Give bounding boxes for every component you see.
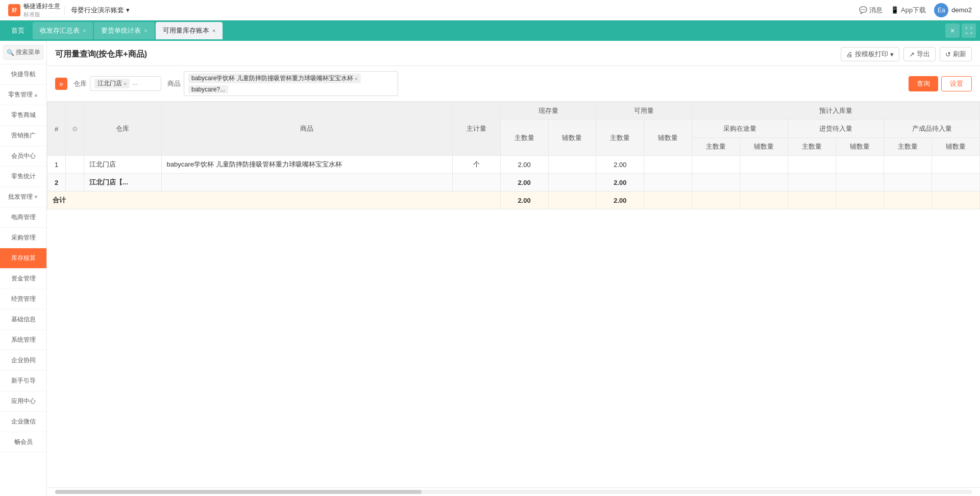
cell-warehouse: 江北门店【... [84, 174, 162, 192]
table-row: 2 江北门店【... 2.00 2.00 [47, 174, 980, 192]
warehouse-tag-1: 江北门店 × [94, 79, 130, 88]
product-input[interactable]: babycare学饮杯 儿童防摔防撞吸管杯重力球吸嘴杯宝宝水杯 × babyca… [184, 71, 398, 96]
sidebar-item-purchase-mgmt[interactable]: 采购管理 [0, 228, 46, 248]
tab-available[interactable]: 可用量库存账本 × [156, 22, 223, 39]
col-gear[interactable]: ⚙ [66, 102, 84, 156]
cell-product [161, 174, 452, 192]
col-rownum: # [47, 102, 66, 156]
user-area[interactable]: Ea demo2 [934, 3, 972, 17]
message-btn[interactable]: 💬 消息 [859, 6, 883, 15]
filter-expand-btn[interactable]: » [55, 78, 67, 90]
print-btn[interactable]: 🖨 按模板打印 ▾ [841, 47, 899, 61]
table-footer-row: 合计 2.00 2.00 [47, 192, 980, 209]
col-purchase-incoming-group: 采购在途量 [692, 120, 788, 138]
close-all-tabs-btn[interactable]: × [945, 23, 960, 38]
export-btn[interactable]: ↗ 导出 [903, 47, 936, 61]
sidebar-item-enterprise-collab[interactable]: 企业协同 [0, 350, 46, 371]
warehouse-tag-close[interactable]: × [124, 81, 127, 87]
table-container[interactable]: # ⚙ 仓库 商品 主计量 现存量 可用量 预计入库量 主数量 辅数量 [47, 102, 980, 487]
cell-product: babycare学饮杯 儿童防摔防撞吸管杯重力球吸嘴杯宝宝水杯 [161, 156, 452, 174]
tab-order[interactable]: 要货单统计表 × [94, 22, 154, 39]
footer-available-main: 2.00 [596, 192, 644, 209]
cell-current-main: 2.00 [500, 174, 548, 192]
sidebar-item-member-center[interactable]: 会员中心 [0, 146, 46, 167]
sidebar-item-retail-mall[interactable]: 零售商城 [0, 105, 46, 126]
print-arrow-icon: ▾ [890, 51, 894, 58]
footer-purchase-sub [740, 192, 788, 209]
cell-rownum: 2 [47, 174, 66, 192]
sidebar-item-wholesale-mgmt[interactable]: 批发管理 ▼ [0, 187, 46, 207]
tab-available-close[interactable]: × [212, 28, 215, 34]
footer-finished-main [884, 192, 932, 209]
logo-icon: 好 [8, 4, 20, 16]
tab-order-label: 要货单统计表 [101, 26, 141, 35]
tab-order-close[interactable]: × [144, 28, 147, 34]
horizontal-scrollbar[interactable] [55, 490, 972, 494]
page-actions: 🖨 按模板打印 ▾ ↗ 导出 ↺ 刷新 [841, 47, 972, 61]
warehouse-more-dots[interactable]: ··· [132, 80, 138, 88]
product-tag-1: babycare学饮杯 儿童防摔防撞吸管杯重力球吸嘴杯宝宝水杯 × [188, 74, 361, 83]
table-row: 1 江北门店 babycare学饮杯 儿童防摔防撞吸管杯重力球吸嘴杯宝宝水杯 个… [47, 156, 980, 174]
warehouse-input[interactable]: 江北门店 × ··· [90, 76, 161, 91]
table-scrollbar-area [47, 487, 980, 496]
col-current-stock-group: 现存量 [500, 102, 596, 120]
sidebar-item-enterprise-wechat[interactable]: 企业微信 [0, 412, 46, 432]
top-bar-left: 好 畅捷通好生意 标准版 母婴行业演示账套 ▾ [8, 2, 136, 18]
footer-available-sub [644, 192, 692, 209]
refresh-icon: ↺ [945, 51, 951, 58]
scrollbar-thumb[interactable] [55, 490, 422, 494]
col-available-main: 主数量 [596, 120, 644, 156]
col-incoming-group: 预计入库量 [692, 102, 980, 120]
sidebar-item-marketing[interactable]: 营销推广 [0, 126, 46, 146]
tab-income[interactable]: 收发存汇总表 × [33, 22, 93, 39]
sidebar-item-finance-mgmt[interactable]: 资金管理 [0, 269, 46, 289]
footer-current-main: 2.00 [500, 192, 548, 209]
tab-income-close[interactable]: × [83, 28, 86, 34]
sidebar-item-vip-member[interactable]: 畅会员 [0, 432, 46, 453]
refresh-btn[interactable]: ↺ 刷新 [940, 47, 972, 61]
cell-goods-sub [836, 174, 884, 192]
search-menu-btn[interactable]: 🔍 搜索菜单 [3, 45, 43, 60]
sidebar-search-area: 🔍 搜索菜单 [0, 41, 46, 64]
cell-finished-main [884, 156, 932, 174]
cell-purchase-sub [740, 174, 788, 192]
cell-current-sub [548, 174, 596, 192]
nav-tab-controls: × ⛶ [945, 23, 976, 38]
industry-selector[interactable]: 母婴行业演示账套 ▾ [64, 6, 136, 15]
sidebar-item-operations-mgmt[interactable]: 经营管理 [0, 289, 46, 310]
warehouse-filter-label: 仓库 [74, 79, 87, 88]
cell-purchase-main [692, 156, 740, 174]
sidebar-item-retail-mgmt[interactable]: 零售管理 ▲ [0, 85, 46, 105]
cell-goods-main [788, 156, 836, 174]
sidebar-item-inventory-check[interactable]: 库存核算 [0, 248, 46, 269]
search-icon: 🔍 [7, 49, 14, 56]
cell-gear [66, 174, 84, 192]
page-header: 可用量查询(按仓库+商品) 🖨 按模板打印 ▾ ↗ 导出 ↺ 刷新 [47, 41, 980, 66]
col-current-sub: 辅数量 [548, 120, 596, 156]
col-goods-incoming-group: 进货待入量 [788, 120, 884, 138]
logo-text-block: 畅捷通好生意 标准版 [23, 2, 60, 18]
app-download-btn[interactable]: 📱 App下载 [891, 6, 926, 15]
cell-warehouse: 江北门店 [84, 156, 162, 174]
col-main-unit: 主计量 [452, 102, 500, 156]
sidebar-item-retail-stats[interactable]: 零售统计 [0, 167, 46, 187]
footer-purchase-main [692, 192, 740, 209]
tab-home[interactable]: 首页 [4, 22, 32, 39]
sidebar-item-system-mgmt[interactable]: 系统管理 [0, 330, 46, 350]
logo-text: 畅捷通好生意 [23, 2, 60, 11]
cell-finished-main [884, 174, 932, 192]
settings-button[interactable]: 设置 [941, 76, 972, 91]
filter-buttons: 查询 设置 [909, 76, 972, 91]
sidebar-item-quick-nav[interactable]: 快捷导航 [0, 64, 46, 85]
sidebar-item-app-center[interactable]: 应用中心 [0, 391, 46, 412]
sidebar-item-newbie-guide[interactable]: 新手引导 [0, 371, 46, 391]
tab-income-label: 收发存汇总表 [40, 26, 80, 35]
sidebar-item-ecommerce-mgmt[interactable]: 电商管理 [0, 207, 46, 228]
query-button[interactable]: 查询 [909, 76, 938, 91]
product-tag-1-close[interactable]: × [355, 76, 358, 82]
nav-tabs: 首页 收发存汇总表 × 要货单统计表 × 可用量库存账本 × × ⛶ [0, 20, 980, 41]
sidebar-item-basic-info[interactable]: 基础信息 [0, 310, 46, 330]
fullscreen-btn[interactable]: ⛶ [962, 23, 976, 38]
cell-purchase-main [692, 174, 740, 192]
cell-rownum: 1 [47, 156, 66, 174]
